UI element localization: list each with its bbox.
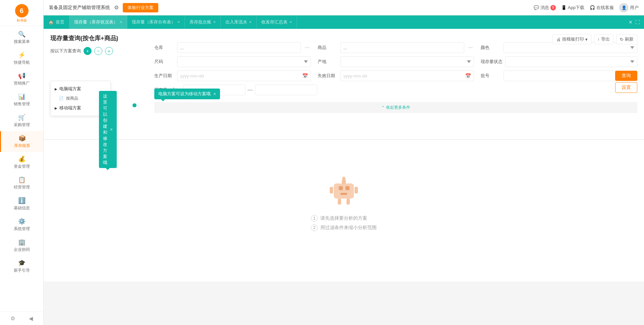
search-button[interactable]: 查询 [615,71,637,81]
svg-rect-4 [342,179,346,184]
sidebar-item-marketing[interactable]: 📢 营销推广 [0,69,43,90]
chevron-left-icon: « [108,48,110,54]
page-title: 现存量查询(按仓库+商品) [50,34,637,42]
tab-stock-dist[interactable]: 现存量（库存分布表） × [127,15,185,29]
tip-num-1: 1 [311,215,318,222]
search-btn-area: 查询 设置 [615,71,637,93]
tab-inout-flow[interactable]: 出入库流水 × [221,15,257,29]
message-label: 消息 [540,5,549,11]
empty-illustration [327,173,361,208]
message-action[interactable]: 💬 消息 9 [534,5,556,11]
stock-range-max[interactable] [255,85,317,95]
tab-close-inout-flow[interactable]: × [249,20,252,24]
sidebar-item-sales[interactable]: 📊 销售管理 [0,90,43,110]
system-icon: ⚙️ [18,218,25,225]
header-left: 装备及固定资产辅助管理系统 ⚙ 体验行业方案 [49,3,158,12]
phone-icon: 📱 [561,5,567,10]
sidebar-item-purchase[interactable]: 🛒 采购管理 [0,110,43,131]
tip-text-1: 请先选择要分析的方案 [320,215,367,221]
user-name: 用户 [630,5,639,11]
online-support-action[interactable]: 🎧 在线客服 [590,5,614,11]
edit-icon: ○ [97,49,99,53]
scheme-item-label: 按商品 [66,96,78,101]
sidebar-item-label: 基础信息 [14,205,30,211]
sidebar-item-finance[interactable]: 💰 资金管理 [0,152,43,173]
tree-item-icon: 📄 [59,96,64,101]
refresh-button[interactable]: ↻ 刷新 [616,34,637,44]
quick-nav-icon: ⚡ [18,51,25,59]
expire-date-input[interactable]: yyyy-mm-dd 📅 [340,70,474,81]
tab-batch-account[interactable]: 库存批次账 × [185,15,221,29]
setting-button[interactable]: 设置 [615,82,637,93]
production-date-label: 生产日期 [154,73,174,79]
sidebar-item-stock[interactable]: 📦 库存核算 [0,131,43,152]
user-profile-action[interactable]: 👤 用户 [619,3,639,12]
filter-row-3: 生产日期 yyyy-mm-dd 📅 失效日期 yyyy-mm-dd 📅 [154,70,637,81]
empty-tips: 1 请先选择要分析的方案 2 用过滤条件来缩小分析范围 [311,215,377,231]
tab-stock-dist-label: 现存量（库存分布表） [132,19,175,25]
tree-expand-icon: ▶ [55,87,57,91]
sidebar-item-label: 系统管理 [14,226,30,232]
origin-select[interactable] [340,56,474,67]
empty-tip-2: 2 用过滤条件来缩小分析范围 [311,224,377,231]
sidebar-item-search-menu[interactable]: 🔍 搜索菜单 [0,27,43,48]
stock-status-select[interactable] [505,56,637,67]
filter-size: 尺码 [154,56,311,67]
expire-date-calendar-icon[interactable]: 📅 [465,73,471,78]
tab-close-receive-summary[interactable]: × [289,20,292,24]
svg-rect-8 [338,199,341,205]
svg-rect-2 [345,186,350,190]
sidebar-item-operations[interactable]: 📋 经营管理 [0,173,43,194]
sidebar-item-enterprise[interactable]: 🏢 企业协同 [0,235,43,256]
filter-expire-date: 失效日期 yyyy-mm-dd 📅 [318,70,474,81]
tab-fullscreen-icon[interactable]: ⛶ [635,19,640,25]
tooltip1-close-button[interactable]: × [213,91,216,97]
tab-home[interactable]: 🏠 首页 [44,15,69,29]
export-button[interactable]: ↑ 导出 [594,34,614,44]
scheme-tree-pc-label: 电脑端方案 [59,86,81,92]
app-download-action[interactable]: 📱 App下载 [561,5,584,11]
size-select[interactable] [177,56,311,67]
filter-stock-status: 现存量状态 [481,56,637,67]
tab-home-label: 首页 [56,19,64,25]
sidebar-item-system[interactable]: ⚙️ 系统管理 [0,214,43,235]
collapse-sidebar-icon[interactable]: ◀ [29,315,33,322]
tooltip2-close-button[interactable]: × [110,127,113,132]
tab-close-stock-status[interactable]: × [120,20,122,24]
sidebar-item-label: 资金管理 [14,164,30,169]
add-scheme-button[interactable]: + [84,47,92,55]
tooltip1-text: 电脑方案可设为移动方案哦 [158,91,211,97]
tooltip-pc-to-mobile: 电脑方案可设为移动方案哦 × [154,89,220,99]
production-date-input[interactable]: yyyy-mm-dd 📅 [177,70,311,81]
sidebar-item-basic-info[interactable]: ℹ️ 基础信息 [0,194,43,214]
edit-scheme-button[interactable]: ○ [94,47,102,55]
tab-close-stock-dist[interactable]: × [177,20,180,24]
settings-gear-icon[interactable]: ⚙ [114,4,119,11]
logo-subtitle: 标准版 [17,18,27,23]
tab-close-batch-account[interactable]: × [213,20,216,24]
sidebar-item-quick-nav[interactable]: ⚡ 快捷导航 [0,48,43,69]
empty-tip-1: 1 请先选择要分析的方案 [311,215,377,222]
sidebar-item-newbie[interactable]: 🎓 新手引导 [0,256,43,277]
sales-icon: 📊 [18,93,25,100]
basic-info-icon: ℹ️ [18,197,25,204]
sidebar-nav: 🔍 搜索菜单 ⚡ 快捷导航 📢 营销推广 📊 销售管理 🛒 采购管理 📦 库存核… [0,26,43,312]
tab-bar: 🏠 首页 现存量（库存状况表） × 现存量（库存分布表） × 库存批次账 × 出… [44,15,644,29]
svg-rect-7 [355,187,358,194]
collapse-bar[interactable]: ⌃ 收起更多条件 [154,102,637,113]
tip-num-2: 2 [311,224,318,231]
trial-button[interactable]: 体验行业方案 [123,3,158,12]
tab-close-all-icon[interactable]: ✕ [629,19,633,25]
template-print-button[interactable]: 🖨 按模板打印 ▾ [553,34,591,44]
tab-inout-flow-label: 出入库流水 [225,19,247,25]
arrow-left-button[interactable]: « [105,47,113,55]
operations-icon: 📋 [18,176,25,183]
tab-receive-summary[interactable]: 收发存汇总表 × [257,15,297,29]
finance-icon: 💰 [18,155,25,163]
tab-stock-status[interactable]: 现存量（库存状况表） × [69,15,127,29]
settings-icon[interactable]: ⚙ [10,315,15,322]
sidebar-item-label: 库存核算 [14,143,30,149]
search-menu-icon: 🔍 [18,31,25,38]
sidebar-item-label: 采购管理 [14,122,30,128]
production-date-calendar-icon[interactable]: 📅 [302,73,308,78]
